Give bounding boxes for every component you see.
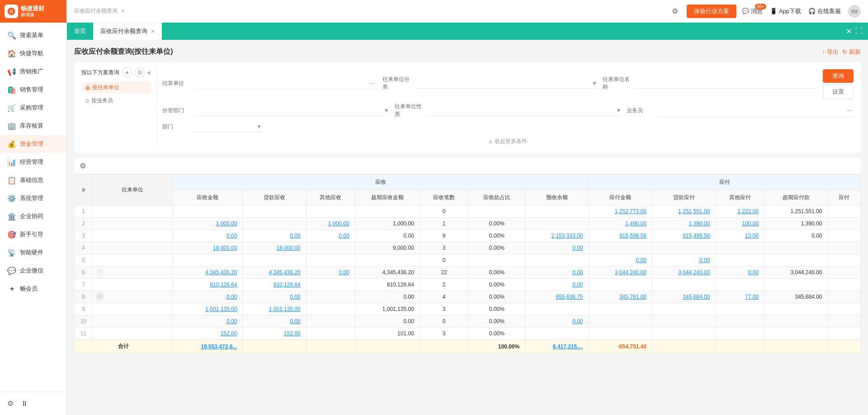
cell-8[interactable]: 2,153,333.00 xyxy=(525,230,589,242)
cell-0: 5 xyxy=(75,254,93,267)
tab-ar-ap-query[interactable]: 应收应付余额查询 × xyxy=(93,23,162,40)
cell-1 xyxy=(93,315,173,328)
cell-9[interactable]: 3,044,240.00 xyxy=(589,267,652,279)
sidebar-item-search-menu[interactable]: 🔍 搜索菜单 xyxy=(0,26,66,44)
cell-8[interactable]: 0.00 xyxy=(525,267,589,279)
cell-10[interactable]: 3,044,240.00 xyxy=(652,267,715,279)
cell-4 xyxy=(306,291,355,303)
cell-3[interactable]: 4,345,436.20 xyxy=(243,267,306,279)
settings-footer-icon[interactable]: ⚙ xyxy=(7,399,14,408)
sidebar-item-wechat[interactable]: 💬 企业微信 xyxy=(0,262,66,280)
sidebar-item-basic-info[interactable]: 📋 基础信息 xyxy=(0,171,66,189)
cell-11[interactable]: 77.00 xyxy=(716,291,764,303)
salesperson-dots[interactable]: ··· xyxy=(844,106,854,114)
salesperson-select[interactable]: ··· xyxy=(658,105,854,117)
cell-2[interactable]: 18,000.00 xyxy=(173,242,243,254)
cell-10[interactable]: 345,684.00 xyxy=(652,291,715,303)
refresh-button[interactable]: ↻ 刷新 xyxy=(842,48,861,56)
query-button[interactable]: 查询 xyxy=(823,69,854,83)
partner-nature-select[interactable]: ▼ xyxy=(426,105,622,116)
user-avatar[interactable]: Rit xyxy=(848,5,861,18)
cell-10[interactable]: 1,390.00 xyxy=(652,218,715,230)
sidebar-item-enterprise[interactable]: 🏛️ 企业协同 xyxy=(0,207,66,225)
partner-category-select[interactable]: ▼ xyxy=(414,78,597,89)
sidebar-item-guide[interactable]: 🎯 新手引导 xyxy=(0,225,66,243)
cell-9[interactable]: 1,490.00 xyxy=(589,218,652,230)
sidebar-item-purchase[interactable]: 🛒 采购管理 xyxy=(0,99,66,117)
cell-2[interactable]: 0.00 xyxy=(173,315,243,328)
cell-8[interactable]: 0.00 xyxy=(525,242,589,254)
cell-3[interactable]: 0.00 xyxy=(243,291,306,303)
cell-2[interactable]: 152.00 xyxy=(173,328,243,340)
tab-close-all-icon[interactable]: ✕ xyxy=(846,27,852,36)
sidebar-item-member[interactable]: ✦ 畅会员 xyxy=(0,280,66,298)
filter-add-button[interactable]: + xyxy=(122,67,132,77)
sidebar-item-system[interactable]: ⚙️ 系统管理 xyxy=(0,189,66,207)
sidebar-item-marketing[interactable]: 📢 营销推广 xyxy=(0,62,66,81)
cell-3[interactable]: 152.00 xyxy=(243,328,306,340)
app-download-action[interactable]: 📱 App下载 xyxy=(770,7,801,15)
filter-scheme-button[interactable]: ⊙ xyxy=(135,67,145,77)
message-action[interactable]: 💬 消息 99+ xyxy=(742,7,763,15)
sidebar-item-sales[interactable]: 🛍️ 销售管理 xyxy=(0,81,66,99)
sidebar-item-inventory[interactable]: 🏢 库存核算 xyxy=(0,117,66,135)
cell-9[interactable]: 345,761.00 xyxy=(589,291,652,303)
cell-11[interactable]: 13.00 xyxy=(716,230,764,242)
filter-option-salesman[interactable]: ⊙ 按业务员 xyxy=(81,95,151,106)
cell-3[interactable]: 1,001,135.00 xyxy=(243,303,306,315)
cell-9[interactable]: 915,508.56 xyxy=(589,230,652,242)
cell-11[interactable]: 100.00 xyxy=(716,218,764,230)
tab-close-icon[interactable]: × xyxy=(151,28,155,35)
total-ar-prepay[interactable]: 6,417,215.... xyxy=(525,340,589,353)
cell-3[interactable]: 18,000.00 xyxy=(243,242,306,254)
cell-8[interactable]: 655,636.75 xyxy=(525,291,589,303)
cell-10[interactable]: 915,495.56 xyxy=(652,230,715,242)
sidebar-item-quick-nav[interactable]: 🏠 快捷导航 xyxy=(0,44,66,62)
total-ar-amount[interactable]: 19,553,472,6... xyxy=(173,340,243,353)
cell-3[interactable]: 810,126.64 xyxy=(243,279,306,291)
cell-4[interactable]: 1,000.00 xyxy=(306,218,355,230)
table-gear-icon[interactable]: ⚙ xyxy=(80,162,86,170)
table-scroll[interactable]: # 往来单位 应收 应付 应收金额 贷款应收 其他应收 超期应收金额 xyxy=(74,174,861,353)
cell-3[interactable]: 0.00 xyxy=(243,230,306,242)
cell-8 xyxy=(525,303,589,315)
cell-11[interactable]: 0.00 xyxy=(716,267,764,279)
export-button[interactable]: ↑ 导出 xyxy=(822,48,839,56)
filter-collapse-icon[interactable]: « xyxy=(147,69,151,76)
cell-4[interactable]: 0.00 xyxy=(306,267,355,279)
cell-2[interactable]: 810,126.64 xyxy=(173,279,243,291)
cell-3[interactable]: 0.00 xyxy=(243,315,306,328)
tab-home[interactable]: 首页 xyxy=(67,23,93,40)
filter-collapse-row[interactable]: ∧ 收起更多条件 xyxy=(162,136,854,147)
cell-10[interactable]: 0.00 xyxy=(652,254,715,267)
partner-name-input[interactable] xyxy=(634,78,817,89)
cell-2[interactable]: 1,000.00 xyxy=(173,218,243,230)
cell-2[interactable]: 4,345,436.20 xyxy=(173,267,243,279)
settlement-dots[interactable]: ··· xyxy=(368,79,377,87)
cell-4[interactable]: 0.00 xyxy=(306,230,355,242)
cell-8[interactable]: 0.00 xyxy=(525,279,589,291)
gear-button[interactable]: ⚙ xyxy=(669,5,681,18)
sidebar-item-operation[interactable]: 📊 经营管理 xyxy=(0,153,66,171)
promo-button[interactable]: 体验行业方案 xyxy=(687,5,736,18)
cell-6: 4 xyxy=(420,291,468,303)
filter-option-partner[interactable]: ⊕ 按往来单位 xyxy=(81,82,151,93)
cell-3 xyxy=(243,218,306,230)
cell-2[interactable]: 0.00 xyxy=(173,291,243,303)
set-button[interactable]: 设置 xyxy=(823,85,854,99)
online-service-action[interactable]: 🎧 在线客服 xyxy=(808,7,841,15)
cell-2[interactable]: 1,001,135.00 xyxy=(173,303,243,315)
cell-9[interactable]: 1,252,773.00 xyxy=(589,205,652,218)
cell-9[interactable]: 0.00 xyxy=(589,254,652,267)
cell-10[interactable]: 1,251,551.00 xyxy=(652,205,715,218)
settlement-unit-select[interactable]: ··· xyxy=(194,77,377,90)
cell-11[interactable]: 1,222.00 xyxy=(716,205,764,218)
cell-8[interactable]: 0.00 xyxy=(525,315,589,328)
tab-expand-icon[interactable]: ⛶ xyxy=(855,27,863,35)
cell-2[interactable]: 0.00 xyxy=(173,230,243,242)
collapse-footer-icon[interactable]: ⏸ xyxy=(21,400,28,408)
sidebar-item-finance[interactable]: 💰 资金管理 xyxy=(0,135,66,153)
sidebar-item-hardware[interactable]: 📡 智能硬件 xyxy=(0,243,66,262)
department-select[interactable]: ▼ xyxy=(194,122,262,132)
dept-mgr-select[interactable]: ▼ xyxy=(194,105,389,116)
